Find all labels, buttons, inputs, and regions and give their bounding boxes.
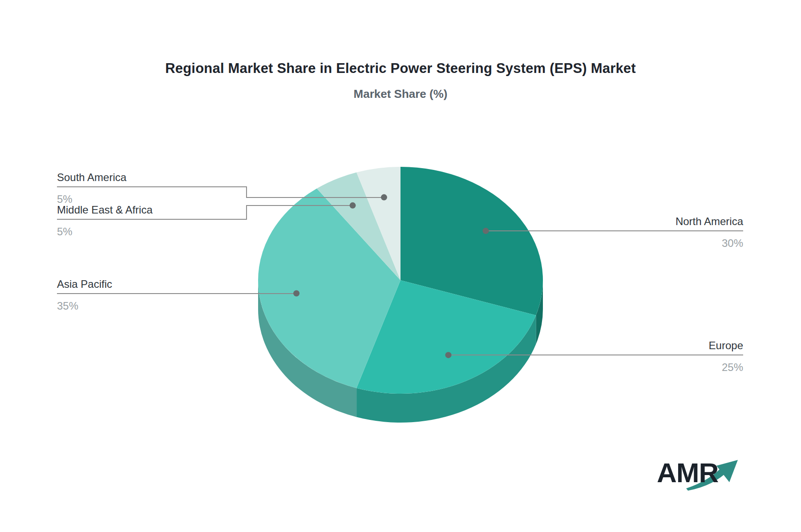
slice-name-asia-pacific: Asia Pacific [57, 278, 112, 290]
leader-dot-europe [445, 352, 452, 358]
slice-name-middle-east-africa: Middle East & Africa [57, 204, 153, 216]
leader-dot-south-america [381, 194, 387, 201]
slice-name-north-america: North America [676, 215, 743, 228]
slice-percent-asia-pacific: 35% [57, 300, 78, 312]
chart-canvas: Regional Market Share in Electric Power … [0, 0, 801, 532]
slice-percent-south-america: 5% [57, 193, 73, 206]
slice-name-europe: Europe [709, 339, 743, 352]
leader-dot-north-america [483, 228, 489, 234]
leader-dot-asia-pacific [293, 290, 299, 297]
slice-name-south-america: South America [57, 171, 126, 184]
slice-percent-middle-east-africa: 5% [57, 226, 73, 238]
pie-slices [258, 167, 543, 394]
brand-logo: AMR [657, 462, 718, 493]
pie-chart [0, 0, 801, 532]
brand-logo-text: AMR [657, 462, 718, 484]
slice-percent-north-america: 30% [722, 237, 743, 250]
leader-dot-middle-east-africa [349, 202, 356, 209]
slice-percent-europe: 25% [722, 361, 743, 374]
